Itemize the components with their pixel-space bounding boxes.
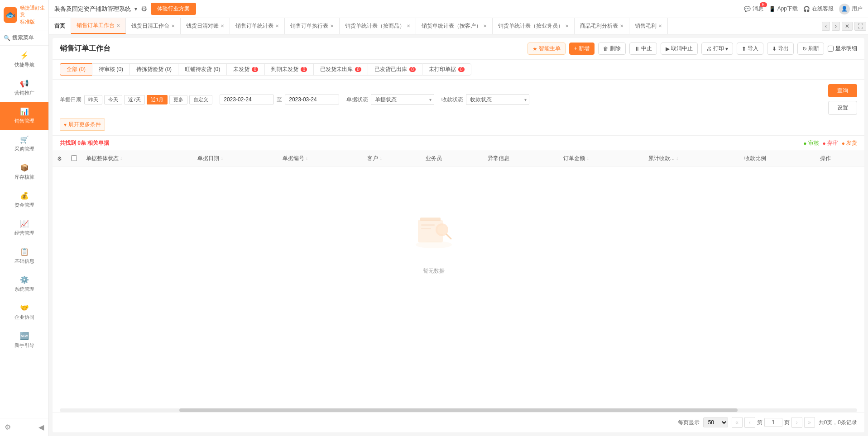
sidebar-item-marketing[interactable]: 📢 营销推广 bbox=[0, 74, 48, 102]
filter-tab-not-printed[interactable]: 未打印单据 0 bbox=[422, 63, 471, 76]
tab-sales-summary-customer-close[interactable]: ✕ bbox=[483, 24, 487, 28]
tabs-prev-btn[interactable]: ‹ bbox=[822, 22, 830, 31]
smart-create-button[interactable]: ★ 智能生单 bbox=[528, 43, 566, 55]
col-status[interactable]: 单据整体状态 bbox=[82, 151, 193, 166]
cancel-review-button[interactable]: ● 弃审 bbox=[823, 139, 838, 147]
tab-sales-gross[interactable]: 销售毛利 ✕ bbox=[629, 18, 668, 34]
tab-cash-reconcile[interactable]: 钱货日清对账 ✕ bbox=[181, 18, 230, 34]
tab-home[interactable]: 首页 bbox=[49, 18, 71, 34]
page-size-select[interactable]: 10 20 50 100 bbox=[703, 417, 728, 427]
refresh-button[interactable]: ↻ 刷新 bbox=[797, 43, 824, 55]
date-btn-custom[interactable]: 自定义 bbox=[189, 95, 212, 104]
table-container: ⚙ 单据整体状态 单据日期 单据编号 bbox=[53, 151, 864, 408]
pause-button[interactable]: ⏸ 中止 bbox=[629, 43, 657, 55]
tab-sales-stats[interactable]: 销售订单统计表 ✕ bbox=[230, 18, 285, 34]
filter-tab-wangpu[interactable]: 旺铺待发货 (0) bbox=[178, 63, 226, 76]
delete-button[interactable]: 🗑 删除 bbox=[598, 43, 626, 55]
add-button[interactable]: + 新增 bbox=[569, 43, 595, 55]
tab-sales-exec[interactable]: 销售订单执行表 ✕ bbox=[285, 18, 340, 34]
search-menu-button[interactable]: 🔍 搜索菜单 bbox=[0, 30, 48, 46]
header-system-dropdown[interactable]: ▾ bbox=[134, 6, 137, 12]
tab-cash-daily-close[interactable]: ✕ bbox=[171, 24, 175, 28]
table-body: 暂无数据 bbox=[53, 166, 864, 315]
date-btn-7days[interactable]: 近7天 bbox=[124, 95, 145, 104]
tab-sales-workbench-close[interactable]: ✕ bbox=[116, 23, 120, 28]
col-amount[interactable]: 订单金额 bbox=[559, 151, 643, 166]
search-settings-button[interactable]: 设置 bbox=[828, 101, 857, 115]
payment-select[interactable]: 收款状态 bbox=[466, 94, 529, 105]
query-button[interactable]: 查询 bbox=[828, 84, 857, 97]
tab-sales-summary-staff[interactable]: 销货单统计表（按业务员） ✕ bbox=[493, 18, 575, 34]
tab-sales-workbench[interactable]: 销售订单工作台 ✕ bbox=[71, 18, 126, 34]
page-prev-btn[interactable]: ‹ bbox=[744, 417, 755, 428]
print-button[interactable]: 🖨 打印 ▾ bbox=[701, 43, 733, 55]
app-download-button[interactable]: 📱 App下载 bbox=[769, 5, 798, 13]
user-menu[interactable]: 👤 用户 bbox=[839, 4, 863, 14]
sidebar-item-finance[interactable]: 💰 资金管理 bbox=[0, 186, 48, 214]
settings-gear-icon[interactable]: ⚙ bbox=[5, 423, 11, 431]
tab-cash-reconcile-close[interactable]: ✕ bbox=[221, 24, 224, 28]
horizontal-scrollbar[interactable] bbox=[60, 408, 857, 412]
import-button[interactable]: ⬆ 导入 bbox=[737, 43, 763, 55]
tab-sales-summary-product-close[interactable]: ✕ bbox=[407, 24, 410, 28]
sidebar-item-basic-info[interactable]: 📋 基础信息 bbox=[0, 242, 48, 270]
show-detail-toggle[interactable]: 显示明细 bbox=[828, 45, 857, 52]
review-button[interactable]: ● 审核 bbox=[803, 139, 819, 147]
show-detail-checkbox[interactable] bbox=[828, 46, 834, 52]
page-last-btn[interactable]: » bbox=[804, 417, 815, 428]
sidebar-item-system[interactable]: ⚙️ 系统管理 bbox=[0, 270, 48, 298]
tab-gross-margin[interactable]: 商品毛利分析表 ✕ bbox=[575, 18, 629, 34]
online-service-button[interactable]: 🎧 在线客服 bbox=[803, 5, 834, 13]
experience-btn[interactable]: 体验行业方案 bbox=[151, 3, 196, 15]
tab-sales-summary-product[interactable]: 销货单统计表（按商品） ✕ bbox=[340, 18, 416, 34]
tab-sales-stats-close[interactable]: ✕ bbox=[275, 24, 279, 28]
page-first-btn[interactable]: « bbox=[732, 417, 743, 428]
tab-sales-summary-customer[interactable]: 销货单统计表（按客户） ✕ bbox=[416, 18, 493, 34]
filter-tab-all[interactable]: 全部 (0) bbox=[60, 63, 92, 76]
col-date[interactable]: 单据日期 bbox=[193, 151, 278, 166]
date-btn-today[interactable]: 今天 bbox=[104, 95, 122, 104]
date-btn-yesterday[interactable]: 昨天 bbox=[84, 95, 102, 104]
sidebar-item-quick-nav[interactable]: ⚡ 快捷导航 bbox=[0, 46, 48, 74]
tab-sales-summary-staff-close[interactable]: ✕ bbox=[565, 24, 569, 28]
col-customer[interactable]: 客户 bbox=[363, 151, 421, 166]
expand-conditions-button[interactable]: ▾ 展开更多条件 bbox=[60, 118, 105, 131]
collapse-sidebar-icon[interactable]: ◀ bbox=[38, 423, 44, 431]
header-settings-icon[interactable]: ⚙ bbox=[141, 5, 147, 13]
date-to-input[interactable] bbox=[285, 95, 339, 104]
tab-close-all-btn[interactable]: ✕ bbox=[842, 22, 853, 31]
sidebar-item-purchase[interactable]: 🛒 采购管理 bbox=[0, 130, 48, 158]
tab-gross-margin-close[interactable]: ✕ bbox=[620, 24, 623, 28]
date-btn-1month[interactable]: 近1月 bbox=[147, 95, 168, 104]
tab-sales-gross-close[interactable]: ✕ bbox=[658, 24, 662, 28]
tabs-next-btn[interactable]: › bbox=[832, 22, 840, 31]
page-number-input[interactable] bbox=[764, 418, 782, 427]
resume-button[interactable]: ▶ 取消中止 bbox=[661, 43, 698, 55]
date-btn-more[interactable]: 更多 bbox=[169, 95, 187, 104]
filter-tab-overdue[interactable]: 到期未发货 0 bbox=[264, 63, 313, 76]
export-button[interactable]: ⬇ 导出 bbox=[767, 43, 794, 55]
sidebar-item-guide[interactable]: 🆕 新手引导 bbox=[0, 326, 48, 354]
filter-tab-not-shipped[interactable]: 未发货 0 bbox=[226, 63, 264, 76]
page-next-btn[interactable]: › bbox=[791, 417, 802, 428]
date-from-input[interactable] bbox=[220, 95, 274, 104]
tab-cash-daily[interactable]: 钱货日清工作台 ✕ bbox=[126, 18, 181, 34]
ship-button[interactable]: ● 发货 bbox=[842, 139, 857, 147]
sidebar-bottom: ⚙ ◀ bbox=[0, 418, 48, 436]
sidebar-item-sales[interactable]: 📊 销售管理 bbox=[0, 102, 48, 130]
tab-sales-exec-close[interactable]: ✕ bbox=[330, 24, 334, 28]
filter-tab-pending-review[interactable]: 待审核 (0) bbox=[92, 63, 129, 76]
col-collected[interactable]: 累计收款... bbox=[644, 151, 740, 166]
filter-tab-pending-inspect[interactable]: 待拣货验货 (0) bbox=[129, 63, 178, 76]
filter-tab-shipped-out[interactable]: 已发货已出库 0 bbox=[368, 63, 422, 76]
filter-tab-shipped-not-out[interactable]: 已发货未出库 0 bbox=[313, 63, 368, 76]
messages-button[interactable]: 💬 消息 6 bbox=[744, 5, 763, 13]
tab-fullscreen-btn[interactable]: ⛶ bbox=[854, 22, 866, 31]
select-all-checkbox[interactable] bbox=[71, 155, 77, 161]
scrollbar-thumb[interactable] bbox=[179, 408, 738, 412]
sidebar-item-operations[interactable]: 📈 经营管理 bbox=[0, 214, 48, 242]
sidebar-item-cooperation[interactable]: 🤝 企业协同 bbox=[0, 298, 48, 326]
col-number[interactable]: 单据编号 bbox=[278, 151, 363, 166]
sidebar-item-inventory[interactable]: 📦 库存核算 bbox=[0, 158, 48, 186]
status-select[interactable]: 单据状态 bbox=[371, 94, 434, 105]
